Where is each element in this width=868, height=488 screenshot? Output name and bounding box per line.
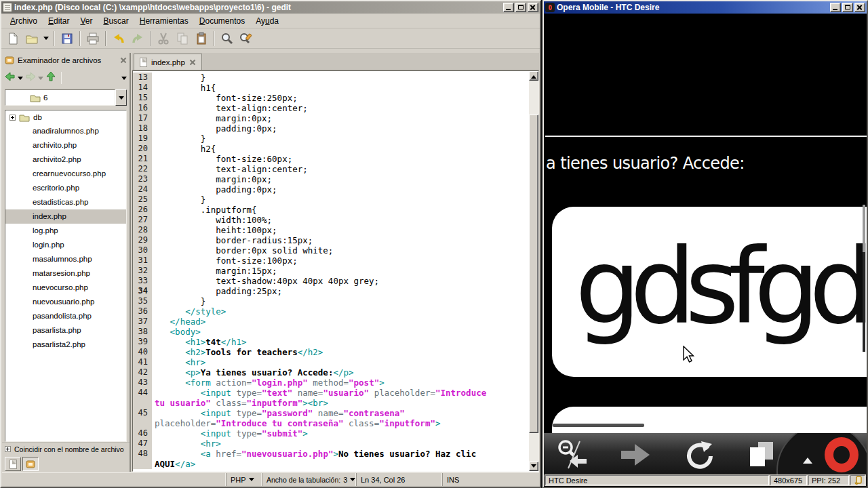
new-document-button[interactable] [4, 30, 22, 47]
code-line[interactable]: 17 margin:0px; [133, 113, 529, 123]
up-button[interactable] [45, 71, 56, 85]
open-button[interactable] [23, 30, 41, 47]
password-input[interactable] [552, 407, 867, 433]
menu-editar[interactable]: Editar [43, 15, 75, 27]
find-replace-button[interactable] [237, 30, 255, 47]
code-line[interactable]: 22 text-align:center; [133, 164, 529, 174]
forward-history-dropdown[interactable] [38, 77, 43, 83]
file-item[interactable]: pasarlista.php [5, 323, 126, 338]
panel-close-icon[interactable] [120, 57, 127, 64]
code-line[interactable]: 15 font-size:250px; [133, 93, 529, 103]
expander-icon[interactable] [9, 115, 16, 121]
redo-button[interactable] [129, 30, 146, 47]
close-button[interactable] [528, 3, 538, 12]
file-browser-panel-tab[interactable] [22, 457, 39, 471]
scrollbar-thumb[interactable] [529, 115, 538, 433]
code-line[interactable]: 14 h1{ [133, 83, 529, 93]
code-line[interactable]: 28 heiht:100px; [133, 225, 529, 235]
code-line[interactable]: 20 h2{ [133, 144, 529, 154]
file-item[interactable]: anadiralumnos.php [5, 124, 126, 138]
code-line[interactable]: 37 </head> [133, 317, 529, 327]
forward-button[interactable] [620, 443, 652, 470]
code-line[interactable]: 46 <input type="submit"> [133, 428, 529, 439]
menu-buscar[interactable]: Buscar [98, 15, 134, 27]
code-line[interactable]: 39 <h1>t4t</h1> [133, 337, 529, 347]
paste-button[interactable] [193, 30, 210, 47]
menu-documentos[interactable]: Documentos [194, 15, 250, 27]
code-line[interactable]: 31 font-size:100px; [133, 256, 529, 266]
code-line[interactable]: 16 text-align:center; [133, 103, 529, 113]
close-button[interactable] [854, 3, 865, 12]
code-line[interactable]: 27 width:100%; [133, 215, 529, 225]
code-line[interactable]: 23 margin:0px; [133, 174, 529, 184]
file-item[interactable]: login.php [5, 238, 126, 252]
code-textview[interactable]: 13 }14 h1{15 font-size:250px;16 text-ali… [132, 70, 539, 472]
tabs-button[interactable] [747, 441, 777, 472]
panel-menu-dropdown[interactable] [121, 77, 127, 83]
code-line[interactable]: 43 <form action="login.php" method="post… [133, 378, 529, 388]
rotate-device-button[interactable] [850, 475, 865, 485]
tab-width-selector[interactable]: Ancho de la tabulación: 3 [262, 473, 356, 486]
gedit-titlebar[interactable]: index.php (Disco local (C:) \xampp\htdoc… [1, 1, 540, 14]
code-line[interactable]: 41 <hr> [133, 357, 529, 367]
back-button[interactable] [5, 71, 16, 85]
minimize-button[interactable] [503, 3, 514, 12]
file-item[interactable]: pasarlista2.php [5, 338, 126, 352]
maximize-button[interactable] [515, 3, 526, 12]
code-line[interactable]: 19 } [133, 134, 529, 144]
menu-herramientas[interactable]: Herramientas [134, 15, 194, 27]
code-line[interactable]: 38 <body> [133, 327, 529, 337]
code-line[interactable]: 21 font-size:60px; [133, 154, 529, 164]
file-item[interactable]: crearnuevocurso.php [5, 167, 126, 181]
maximize-button[interactable] [842, 3, 853, 12]
scroll-up-button[interactable] [529, 71, 538, 81]
location-combo[interactable]: 6 [5, 89, 115, 106]
vertical-scroll-indicator[interactable] [863, 205, 865, 252]
menu-ver[interactable]: Ver [75, 15, 98, 27]
file-item[interactable]: nuevousuario.php [5, 295, 126, 309]
folder-item-db[interactable]: db [5, 110, 126, 124]
code-line[interactable]: 24 padding:0px; [133, 184, 529, 195]
code-line[interactable]: 30 border:0px solid white; [133, 245, 529, 256]
undo-button[interactable] [110, 30, 127, 47]
code-line[interactable]: tu usuario" class="inputform"><br> [133, 398, 529, 408]
file-item[interactable]: escritorio.php [5, 181, 126, 195]
forward-button[interactable] [25, 71, 36, 85]
menu-ayuda[interactable]: Ayuda [250, 15, 284, 27]
code-line[interactable]: 26 .inputform{ [133, 205, 529, 215]
scroll-down-button[interactable] [529, 462, 538, 471]
location-dropdown-button[interactable] [115, 89, 127, 106]
tab-index-php[interactable]: index.php [134, 54, 202, 70]
file-item[interactable]: matarsesion.php [5, 266, 126, 281]
username-input[interactable]: gdsfgd [552, 207, 867, 377]
code-line[interactable]: 34 padding:25px; [133, 286, 529, 296]
reload-button[interactable] [684, 440, 716, 474]
file-item[interactable]: nuevocurso.php [5, 281, 126, 295]
file-item[interactable]: estadisticas.php [5, 195, 126, 209]
code-line[interactable]: 48 <a href="nuevousuario.php">No tienes … [133, 449, 529, 459]
vertical-scroll-indicator[interactable] [863, 252, 865, 352]
code-line[interactable]: AQUI</a> [133, 459, 529, 469]
minimize-button[interactable] [830, 3, 841, 12]
code-line[interactable]: 29 border-radius:15px; [133, 235, 529, 245]
code-line[interactable]: 18 padding:0px; [133, 123, 529, 134]
code-line[interactable]: 32 margin:15px; [133, 266, 529, 276]
code-line[interactable]: 36 </style> [133, 306, 529, 317]
code-line[interactable]: placeholder="Introduce tu contraseña" cl… [133, 418, 529, 428]
tab-close-icon[interactable] [189, 59, 196, 66]
cut-button[interactable] [155, 30, 172, 47]
print-button[interactable] [84, 30, 102, 47]
documents-panel-tab[interactable] [5, 457, 21, 471]
browser-viewport[interactable]: a tienes usuario? Accede: gdsfgd [544, 15, 867, 433]
copy-button[interactable] [174, 30, 191, 47]
open-dropdown-button[interactable] [42, 30, 50, 47]
code-line[interactable]: 25 } [133, 195, 529, 205]
opera-titlebar[interactable]: Opera Mobile - HTC Desire [544, 1, 867, 14]
file-item[interactable]: pasandolista.php [5, 309, 126, 323]
save-button[interactable] [58, 30, 76, 47]
back-history-dropdown[interactable] [18, 77, 23, 83]
code-line[interactable]: 47 <hr> [133, 439, 529, 449]
language-selector[interactable]: PHP [226, 473, 262, 486]
opera-menu-caret-icon[interactable] [803, 453, 812, 464]
menu-archivo[interactable]: Archivo [5, 15, 43, 27]
